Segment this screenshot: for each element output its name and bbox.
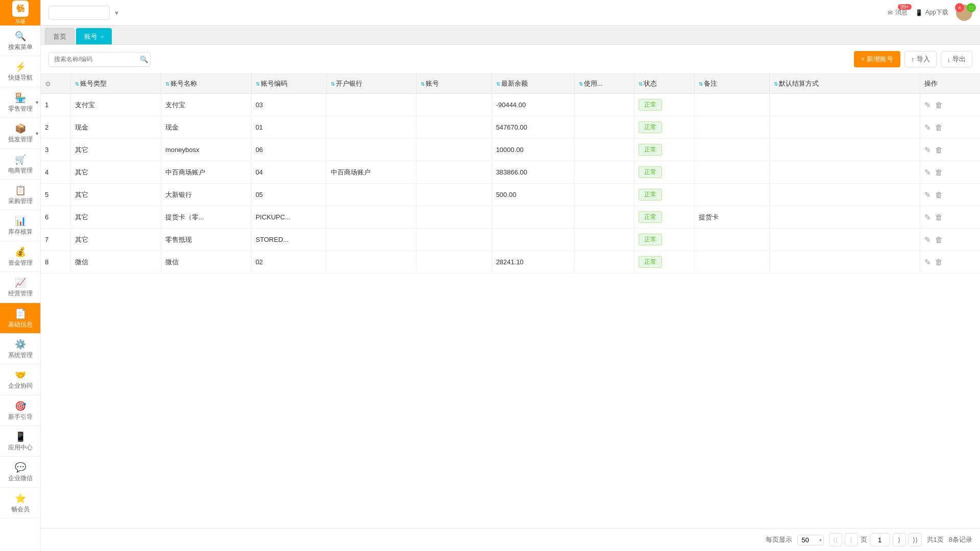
cell-note: [695, 161, 770, 184]
delete-icon[interactable]: 🗑: [935, 101, 943, 109]
content-header: 🔍 + 新增账号 ↑ 导入 ↓ 导出: [41, 45, 980, 74]
cell-action[interactable]: ✎ 🗑: [920, 229, 980, 251]
sidebar-icon-quicknav: ⚡: [15, 61, 26, 72]
col-header-account[interactable]: ⇅账号: [416, 74, 492, 94]
window-close-button[interactable]: ×: [955, 3, 964, 12]
cell-note: [695, 139, 770, 161]
add-account-button[interactable]: + 新增账号: [854, 51, 900, 67]
delete-icon[interactable]: 🗑: [935, 190, 943, 199]
sidebar-item-guide[interactable]: 🎯 新手引导: [0, 395, 41, 426]
tab-home[interactable]: 首页: [45, 28, 75, 44]
status-badge: 正常: [639, 234, 662, 245]
window-max-button[interactable]: □: [967, 3, 976, 12]
page-size-label: 每页显示: [766, 535, 792, 544]
accounts-table: ⚙⇅账号类型⇅账号名称⇅账号编码⇅开户银行⇅账号⇅最新余额⇅使用...⇅状态⇅备…: [41, 74, 980, 273]
top-search-dropdown[interactable]: ▾: [115, 9, 118, 17]
col-header-usage[interactable]: ⇅使用...: [574, 74, 634, 94]
sidebar: 畅 乐版 🔍 搜索菜单 ⚡ 快捷导航 🏪 零售管理 ▾ 📦 批发管理 ▾ 🛒 电…: [0, 0, 41, 551]
page-size-select[interactable]: 50 100 200: [797, 535, 824, 545]
search-button[interactable]: 🔍: [136, 53, 151, 66]
sidebar-item-member[interactable]: ⭐ 畅会员: [0, 488, 41, 518]
download-button[interactable]: 📱 App下载: [915, 8, 948, 17]
cell-bank: [326, 184, 416, 206]
sidebar-item-inventory[interactable]: 📊 库存核算: [0, 210, 41, 241]
table-row: 6其它提货卡（零...PICKUPC...正常提货卡 ✎ 🗑: [41, 206, 980, 229]
top-search-input[interactable]: [48, 6, 110, 20]
edit-icon[interactable]: ✎: [924, 123, 931, 132]
main-area: ▾ ✉ 消息 99+ 📱 App下载 首页账号× × □ 🔍: [41, 0, 980, 551]
sidebar-label-purchase: 采购管理: [8, 197, 33, 205]
page-prev-button[interactable]: ⟨: [845, 533, 858, 546]
cell-usage: [574, 251, 634, 273]
sidebar-item-appcenter[interactable]: 📱 应用中心: [0, 426, 41, 457]
col-header-type[interactable]: ⇅账号类型: [71, 74, 161, 94]
sidebar-item-wechat[interactable]: 💬 企业微信: [0, 457, 41, 487]
message-button[interactable]: ✉ 消息 99+: [888, 8, 908, 17]
col-header-status[interactable]: ⇅状态: [634, 74, 695, 94]
tab-account[interactable]: 账号×: [76, 28, 112, 44]
sidebar-item-retail[interactable]: 🏪 零售管理 ▾: [0, 87, 41, 118]
sidebar-item-purchase[interactable]: 📋 采购管理: [0, 180, 41, 210]
table-gear-icon[interactable]: ⚙: [45, 80, 51, 88]
col-label-status: 状态: [644, 80, 657, 87]
sidebar-item-wholesale[interactable]: 📦 批发管理 ▾: [0, 118, 41, 148]
sidebar-item-quicknav[interactable]: ⚡ 快捷导航: [0, 56, 41, 87]
col-header-balance[interactable]: ⇅最新余额: [492, 74, 574, 94]
cell-usage: [574, 229, 634, 251]
cell-code: STORED...: [251, 229, 326, 251]
delete-icon[interactable]: 🗑: [935, 168, 943, 177]
sidebar-item-agreement[interactable]: 🤝 企业协同: [0, 364, 41, 395]
cell-action[interactable]: ✎ 🗑: [920, 139, 980, 161]
delete-icon[interactable]: 🗑: [935, 258, 943, 266]
sidebar-item-ecommerce[interactable]: 🛒 电商管理: [0, 149, 41, 180]
export-button[interactable]: ↓ 导出: [941, 51, 973, 67]
sidebar-item-search[interactable]: 🔍 搜索菜单: [0, 26, 41, 56]
table-wrapper: ⚙⇅账号类型⇅账号名称⇅账号编码⇅开户银行⇅账号⇅最新余额⇅使用...⇅状态⇅备…: [41, 74, 980, 528]
edit-icon[interactable]: ✎: [924, 235, 931, 244]
cell-action[interactable]: ✎ 🗑: [920, 94, 980, 116]
tab-close-account[interactable]: ×: [101, 34, 104, 40]
edit-icon[interactable]: ✎: [924, 258, 931, 267]
edit-icon[interactable]: ✎: [924, 145, 931, 155]
col-header-note[interactable]: ⇅备注: [695, 74, 770, 94]
page-last-button[interactable]: ⟩⟩: [909, 533, 922, 546]
delete-icon[interactable]: 🗑: [935, 213, 943, 221]
action-icons: ✎ 🗑: [924, 145, 976, 155]
col-header-action: 操作: [920, 74, 980, 94]
cell-type: 其它: [71, 206, 161, 229]
edit-icon[interactable]: ✎: [924, 213, 931, 222]
cell-usage: [574, 184, 634, 206]
cell-account: [416, 184, 492, 206]
delete-icon[interactable]: 🗑: [935, 145, 943, 154]
sidebar-item-operation[interactable]: 📈 经营管理: [0, 272, 41, 303]
col-header-default_payment[interactable]: ⇅默认结算方式: [770, 74, 920, 94]
page-next-button[interactable]: ⟩: [893, 533, 906, 546]
sidebar-item-finance[interactable]: 💰 资金管理: [0, 241, 41, 272]
delete-icon[interactable]: 🗑: [935, 123, 943, 132]
edit-icon[interactable]: ✎: [924, 168, 931, 177]
cell-balance: 10000.00: [492, 139, 574, 161]
cell-action[interactable]: ✎ 🗑: [920, 116, 980, 139]
table-row: 8微信微信0228241.10正常 ✎ 🗑: [41, 251, 980, 273]
import-button[interactable]: ↑ 导入: [904, 51, 937, 67]
sidebar-item-basic[interactable]: 📄 基础信息: [0, 303, 41, 334]
cell-action[interactable]: ✎ 🗑: [920, 206, 980, 229]
logo-icon: 畅: [12, 1, 29, 17]
page-number-input[interactable]: [870, 533, 890, 546]
import-label: 导入: [917, 55, 930, 64]
col-header-name[interactable]: ⇅账号名称: [161, 74, 252, 94]
search-input[interactable]: [49, 53, 136, 66]
cell-action[interactable]: ✎ 🗑: [920, 184, 980, 206]
cell-action[interactable]: ✎ 🗑: [920, 161, 980, 184]
action-icons: ✎ 🗑: [924, 168, 976, 177]
cell-code: 02: [251, 251, 326, 273]
page-first-button[interactable]: ⟨⟨: [829, 533, 842, 546]
col-header-bank[interactable]: ⇅开户银行: [326, 74, 416, 94]
delete-icon[interactable]: 🗑: [935, 235, 943, 244]
cell-action[interactable]: ✎ 🗑: [920, 251, 980, 273]
sidebar-item-system[interactable]: ⚙️ 系统管理: [0, 334, 41, 364]
edit-icon[interactable]: ✎: [924, 101, 931, 110]
col-header-code[interactable]: ⇅账号编码: [251, 74, 326, 94]
edit-icon[interactable]: ✎: [924, 190, 931, 199]
sidebar-icon-agreement: 🤝: [15, 369, 26, 381]
